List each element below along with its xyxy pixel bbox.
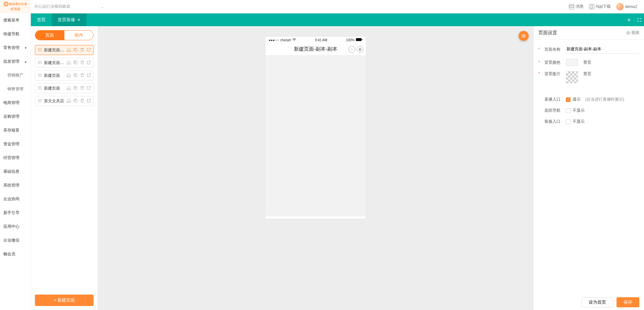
phone-body[interactable] [265, 55, 366, 216]
page-list-item[interactable]: 昊天文具店 [35, 96, 94, 106]
svg-point-7 [41, 62, 41, 62]
menu-icon [521, 33, 526, 39]
new-page-button[interactable]: + 新建页面 [35, 295, 94, 306]
user-menu[interactable]: demo2 [616, 3, 637, 10]
page-list-item[interactable]: 新建页面-副本 [35, 58, 94, 68]
drag-icon[interactable] [37, 98, 42, 104]
copy-icon[interactable] [73, 86, 78, 91]
share-icon[interactable] [87, 60, 91, 66]
drag-icon[interactable] [37, 86, 42, 91]
save-button[interactable]: 保存 [616, 297, 639, 307]
page-list-item[interactable]: 新建页面-副本... [35, 45, 94, 55]
nav-item[interactable]: 系统管理 [0, 178, 31, 192]
nav-item[interactable]: 快捷导航 [0, 27, 31, 41]
settings-panel: 页面设置 视频 * 页面名称 * 背景颜色 [533, 26, 644, 310]
bg-color-label: 背景颜色 [544, 60, 562, 65]
nav-item[interactable]: 搜索菜单 [0, 13, 31, 27]
nav-item-label: 零售管理 [3, 45, 19, 51]
component-drawer-toggle[interactable] [519, 31, 529, 41]
svg-point-10 [41, 73, 41, 74]
home-icon[interactable] [66, 98, 71, 104]
tabbar-fullscreen-button[interactable] [634, 13, 644, 26]
share-icon[interactable] [87, 73, 91, 79]
delete-icon[interactable] [80, 47, 85, 53]
settings-title: 页面设置 [538, 30, 557, 36]
delete-icon[interactable] [80, 73, 85, 79]
nav-item[interactable]: 企业协同 [0, 192, 31, 206]
nav-item-label: 电商管理 [3, 100, 19, 106]
tab[interactable]: 首页装修✕ [52, 13, 87, 26]
copy-icon[interactable] [73, 98, 78, 104]
nav-item[interactable]: 批发管理▲ [0, 55, 31, 68]
tab-bar: 首页首页装修✕ ✕ [31, 13, 644, 26]
play-icon [626, 31, 630, 35]
svg-point-15 [41, 88, 41, 88]
home-icon[interactable] [66, 73, 71, 79]
page-list-item[interactable]: 新建页面 [35, 70, 94, 81]
nav-item[interactable]: 资金管理 [0, 137, 31, 151]
tabbar-close-button[interactable]: ✕ [624, 13, 634, 26]
video-tutorial-link[interactable]: 视频 [626, 30, 639, 36]
nav-item[interactable]: 库存核算 [0, 123, 31, 137]
segment-component[interactable]: 组件 [64, 31, 94, 40]
copy-icon[interactable] [73, 60, 78, 66]
messages-label: 消息 [576, 4, 584, 9]
home-icon[interactable] [66, 47, 71, 53]
nav-item[interactable]: 基础信息 [0, 165, 31, 178]
nav-item[interactable]: 采购管理 [0, 110, 31, 123]
home-icon[interactable] [66, 60, 71, 66]
delete-icon[interactable] [80, 98, 85, 104]
nav-item[interactable]: 企业微信 [0, 234, 31, 247]
tab[interactable]: 首页 [31, 13, 52, 26]
share-icon[interactable] [87, 98, 91, 104]
nav-item-label: 资金管理 [3, 141, 19, 147]
nav-item[interactable]: 营销推广 [0, 68, 31, 82]
messages-button[interactable]: 消息 [569, 4, 584, 9]
copy-icon[interactable] [73, 47, 78, 53]
video-tutorial-label: 视频 [631, 30, 639, 36]
svg-point-18 [41, 99, 41, 99]
bg-color-reset[interactable]: 重置 [583, 60, 591, 65]
required-star: * [538, 47, 541, 52]
miniprogram-close-icon[interactable]: ◎ [357, 46, 363, 53]
service-entry-text: 不显示 [573, 119, 585, 124]
set-home-button[interactable]: 设为首页 [582, 297, 613, 307]
miniprogram-menu-icon[interactable]: ··· [348, 46, 355, 53]
drag-icon[interactable] [37, 60, 42, 66]
nav-item[interactable]: 销售管理 [0, 82, 31, 96]
close-icon[interactable]: ✕ [77, 17, 80, 22]
live-entry-checkbox[interactable]: 显示 [566, 97, 581, 102]
nav-item[interactable]: 零售管理▼ [0, 41, 31, 55]
copy-icon[interactable] [73, 73, 78, 79]
bottom-nav-checkbox[interactable]: 不显示 [566, 108, 585, 113]
page-list-item[interactable]: 新建页面 [35, 83, 94, 93]
delete-icon[interactable] [80, 60, 85, 66]
bg-color-swatch[interactable] [566, 59, 578, 66]
drag-icon[interactable] [37, 73, 42, 79]
nav-item[interactable]: 经营管理 [0, 151, 31, 165]
segment-page[interactable]: 页面 [35, 31, 64, 40]
nav-item[interactable]: 畅会员 [0, 247, 31, 261]
phone-titlebar: 新建页面-副本-副本 ··· ◎ [265, 43, 366, 55]
drag-icon[interactable] [37, 47, 42, 53]
nav-item-label: 库存核算 [3, 127, 19, 133]
page-name-input[interactable] [566, 45, 639, 54]
nav-item[interactable]: 电商管理 [0, 96, 31, 110]
nav-item[interactable]: 应用中心 [0, 220, 31, 234]
bg-image-picker[interactable] [566, 71, 578, 83]
page-item-name: 新建页面-副本... [44, 47, 64, 53]
svg-point-2 [41, 48, 41, 48]
app-download-button[interactable]: App下载 [589, 4, 611, 9]
svg-rect-9 [75, 61, 77, 64]
service-entry-checkbox[interactable]: 不显示 [566, 119, 585, 124]
share-icon[interactable] [87, 86, 91, 91]
bg-image-reset[interactable]: 重置 [583, 71, 591, 77]
nav-item-label: 企业协同 [3, 196, 19, 202]
page-name-label: 页面名称 [544, 47, 562, 52]
nav-item[interactable]: 新手引导 [0, 206, 31, 220]
account-selector[interactable]: 办公品行业模拟账套 ⌄ [34, 4, 104, 9]
delete-icon[interactable] [80, 86, 85, 91]
share-icon[interactable] [87, 47, 91, 53]
logo[interactable]: 畅捷通好生意 标准版 [0, 0, 31, 13]
home-icon[interactable] [66, 86, 71, 91]
